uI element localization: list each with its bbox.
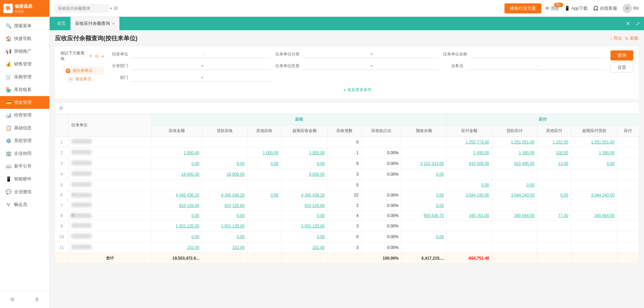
sidebar-settings-button[interactable]: ⚙: [0, 294, 25, 305]
table-cell-link[interactable]: 0.00: [607, 161, 614, 166]
partner-name-input[interactable]: [470, 50, 606, 58]
breadcrumb-chevron-icon[interactable]: ▾: [110, 6, 112, 11]
table-cell-link[interactable]: 100.00: [556, 150, 568, 155]
table-cell-link[interactable]: 77.00: [558, 213, 568, 218]
table-cell-link[interactable]: 3,044,240.00: [511, 193, 534, 197]
table-cell-link[interactable]: 9,000.00: [309, 172, 325, 177]
sidebar-item-enterprise-wechat[interactable]: 💬 企业微信: [0, 185, 49, 198]
table-cell-link[interactable]: 345,761.00: [469, 213, 489, 218]
table-cell-link[interactable]: 0.00: [271, 161, 278, 166]
table-cell-link[interactable]: 152.00: [187, 245, 199, 250]
dept-select[interactable]: ▾: [131, 74, 271, 82]
filter-settings-button[interactable]: ⊙: [95, 54, 99, 59]
table-cell-link[interactable]: 1,001,135.00: [221, 224, 245, 228]
sidebar-item-search-menu[interactable]: 🔍 搜索菜单: [0, 19, 49, 32]
table-cell-link[interactable]: 18,000.00: [181, 172, 199, 177]
table-cell-link[interactable]: 810,126.64: [305, 203, 325, 208]
table-cell-link[interactable]: 1,390.00: [599, 150, 614, 155]
user-avatar-button[interactable]: R Rit: [623, 4, 639, 13]
table-cell-link[interactable]: 0.00: [317, 213, 325, 218]
table-cell-link[interactable]: 4,345,436.20: [176, 193, 199, 197]
table-cell-link[interactable]: 1,001,135.00: [176, 224, 199, 228]
industry-solution-button[interactable]: 体验行业方案: [504, 3, 541, 13]
sidebar-item-basic-info[interactable]: 📋 基础信息: [0, 122, 49, 134]
table-cell-link[interactable]: 810,126.64: [179, 203, 199, 208]
salesperson-dots-icon[interactable]: ···: [537, 63, 605, 68]
table-cell-link[interactable]: 1,000.00: [263, 150, 278, 155]
table-cell-link[interactable]: 4,345,436.20: [221, 193, 245, 197]
expand-window-button[interactable]: ⤢: [634, 19, 641, 28]
table-cell-link[interactable]: 0.00: [436, 234, 444, 239]
table-cell-link[interactable]: 915,495.56: [514, 161, 534, 166]
table-cell-link[interactable]: 0.00: [436, 203, 444, 208]
sidebar-item-enterprise[interactable]: 🏢 企业协同: [0, 147, 49, 160]
table-cell-link[interactable]: 0.00: [192, 213, 199, 218]
partner-category-select[interactable]: ▾: [302, 50, 439, 58]
table-cell-link[interactable]: 0.00: [436, 172, 444, 177]
table-cell-link[interactable]: 345,684.00: [514, 213, 534, 218]
table-cell-link[interactable]: 915,508.56: [469, 161, 489, 166]
tab-ar-ap-query[interactable]: 应收应付余额查询 ×: [70, 17, 119, 30]
sidebar-item-vip[interactable]: V 畅会员: [0, 198, 49, 211]
table-cell-link[interactable]: 0.00: [317, 161, 325, 166]
table-cell-link[interactable]: 101.00: [312, 245, 325, 250]
breadcrumb-input[interactable]: [55, 4, 109, 12]
sidebar-item-guide[interactable]: 📖 新手引导: [0, 160, 49, 173]
close-window-button[interactable]: ✕: [625, 19, 632, 28]
table-cell-link[interactable]: 13.00: [558, 161, 568, 166]
sidebar-toggle-button[interactable]: ⏸: [25, 294, 50, 305]
filter-tab-customer[interactable]: 畅 按往来单位: [63, 67, 104, 75]
export-button[interactable]: ↑ 导出: [610, 35, 623, 41]
table-cell-link[interactable]: 345,684.00: [594, 213, 614, 218]
table-cell-link[interactable]: 0.00: [317, 234, 325, 239]
filter-arrows-button[interactable]: «: [101, 53, 104, 59]
filter-tab-salesperson[interactable]: ● 按业务员: [66, 75, 104, 83]
table-cell-link[interactable]: 0.00: [237, 161, 245, 166]
salesperson-select[interactable]: ···: [466, 62, 606, 70]
sidebar-item-smart-hw[interactable]: 📱 智能硬件: [0, 173, 49, 185]
table-cell-link[interactable]: 0.00: [192, 234, 199, 239]
table-settings-icon[interactable]: ⚙: [59, 105, 63, 111]
table-cell-link[interactable]: 0.00: [560, 193, 568, 197]
message-button[interactable]: ✉ 消息 99+: [545, 5, 559, 11]
table-cell-link[interactable]: 1,390.00: [519, 150, 535, 155]
sidebar-item-sales[interactable]: 💰 销售管理: [0, 58, 49, 71]
table-cell-link[interactable]: 1,000.00: [309, 150, 325, 155]
table-cell-link[interactable]: 1,252,773.00: [466, 140, 489, 144]
table-cell-link[interactable]: 1,222.00: [552, 140, 568, 144]
sidebar-item-inventory[interactable]: 🏪 库存核算: [0, 83, 49, 96]
table-cell-link[interactable]: 0.00: [436, 193, 444, 197]
table-cell-link[interactable]: 3,044,240.00: [466, 193, 489, 197]
table-cell-link[interactable]: 0.00: [481, 183, 489, 187]
table-cell-link[interactable]: 0.00: [237, 234, 245, 239]
settlement-unit-dots-icon[interactable]: ···: [202, 52, 270, 56]
table-cell-link[interactable]: 0.00: [192, 161, 199, 166]
table-cell-link[interactable]: 2,153,333.00: [420, 161, 444, 166]
table-cell-link[interactable]: 1,251,551.00: [511, 140, 534, 144]
table-cell-link[interactable]: 0.00: [271, 193, 278, 197]
table-cell-link[interactable]: 1,251,551.00: [591, 140, 614, 144]
table-cell-link[interactable]: 4,345,436.20: [301, 193, 325, 197]
collapse-button[interactable]: ∧ 收起更多条件: [108, 85, 606, 95]
table-cell-link[interactable]: 3,044,240.00: [591, 193, 614, 197]
app-download-button[interactable]: 📱 App下载: [565, 5, 588, 11]
sidebar-item-marketing[interactable]: 📢 营销推广: [0, 45, 49, 58]
sidebar-item-quick-nav[interactable]: 🏠 快捷导航: [0, 32, 49, 45]
filter-add-button[interactable]: +: [89, 53, 92, 59]
table-cell-link[interactable]: 0.00: [237, 213, 245, 218]
sidebar-item-purchase[interactable]: 🛒 采购管理: [0, 71, 49, 83]
table-cell-link[interactable]: 810,126.64: [224, 203, 245, 208]
table-cell-link[interactable]: 1,000.00: [183, 150, 199, 155]
topbar-gear-icon[interactable]: ⚙: [113, 5, 118, 11]
tab-home[interactable]: 首页: [52, 17, 70, 30]
table-cell-link[interactable]: 1,001,135.00: [301, 224, 325, 228]
sidebar-item-operations[interactable]: 📊 经营管理: [0, 109, 49, 122]
sidebar-item-system[interactable]: ⚙️ 系统管理: [0, 134, 49, 147]
table-cell-link[interactable]: 18,000.00: [227, 172, 245, 177]
sidebar-item-capital[interactable]: 💳 资金管理: [0, 96, 49, 109]
partner-nature-select[interactable]: ▾: [302, 62, 439, 70]
branch-dept-select[interactable]: ▾: [131, 62, 271, 70]
refresh-button[interactable]: ↻ 刷新: [625, 35, 639, 41]
table-cell-link[interactable]: 152.00: [232, 245, 245, 250]
table-cell-link[interactable]: 1,490.00: [474, 150, 489, 155]
